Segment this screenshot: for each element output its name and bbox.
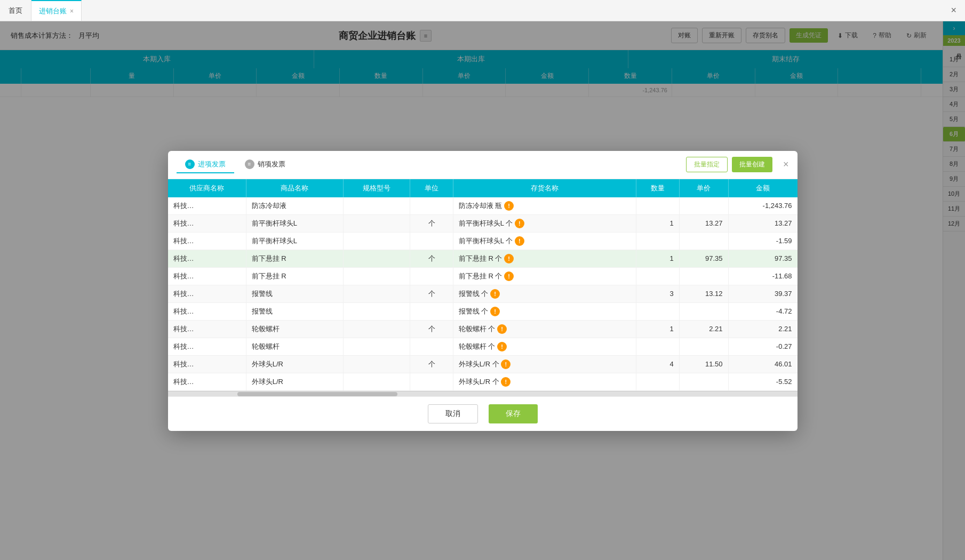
table-cell: 个: [410, 355, 453, 373]
table-row[interactable]: 科技…轮毂螺杆个轮毂螺杆 个 !12.212.21: [168, 320, 797, 338]
warning-icon: !: [497, 324, 507, 334]
table-cell: 外球头L/R: [246, 373, 343, 390]
table-cell: [343, 373, 410, 390]
table-cell: [343, 197, 410, 215]
modal-footer: 取消 保存: [168, 396, 797, 431]
table-cell: [343, 302, 410, 320]
table-cell: 个: [410, 285, 453, 302]
table-cell: 轮毂螺杆 个 !: [453, 338, 636, 355]
warning-icon: !: [504, 271, 514, 281]
table-cell: [636, 267, 680, 285]
table-cell: 13.27: [728, 214, 797, 232]
table-cell: 科技…: [168, 250, 246, 267]
warning-icon: !: [515, 219, 524, 228]
table-row[interactable]: 科技…外球头L/R个外球头L/R 个 !411.5046.01: [168, 355, 797, 373]
inventory-name: 报警线 个: [459, 290, 489, 298]
table-cell: 防冻冷却液: [246, 197, 343, 215]
table-cell: -4.72: [728, 302, 797, 320]
table-cell: [679, 197, 728, 215]
table-cell: [679, 267, 728, 285]
table-row[interactable]: 科技…前下悬挂 R个前下悬挂 R 个 !197.3597.35: [168, 250, 797, 267]
table-cell: [343, 267, 410, 285]
cancel-button[interactable]: 取消: [428, 404, 478, 423]
table-cell: [343, 250, 410, 267]
table-cell: 前平衡杆球头L 个 !: [453, 232, 636, 250]
table-cell: 2.21: [728, 320, 797, 338]
table-cell: [636, 232, 680, 250]
table-cell: 个: [410, 214, 453, 232]
modal-header-right: 批量指定 批量创建 ×: [686, 157, 789, 172]
tab-incoming-invoice[interactable]: ≡ 进项发票: [177, 156, 234, 173]
batch-assign-button[interactable]: 批量指定: [686, 157, 728, 172]
table-cell: 1: [636, 320, 680, 338]
warning-icon: !: [504, 201, 514, 211]
table-cell: 前平衡杆球头L: [246, 214, 343, 232]
table-row[interactable]: 科技…外球头L/R外球头L/R 个 !-5.52: [168, 373, 797, 390]
table-cell: 3: [636, 285, 680, 302]
table-cell: [343, 338, 410, 355]
table-cell: [636, 373, 680, 390]
table-cell: 科技…: [168, 267, 246, 285]
table-cell: 97.35: [679, 250, 728, 267]
table-cell: [410, 267, 453, 285]
window-close-button[interactable]: ×: [951, 5, 956, 16]
horizontal-scrollbar[interactable]: [168, 391, 797, 396]
table-row[interactable]: 科技…轮毂螺杆轮毂螺杆 个 !-0.27: [168, 338, 797, 355]
table-cell: 报警线 个 !: [453, 302, 636, 320]
table-cell: [343, 232, 410, 250]
table-cell: 2.21: [679, 320, 728, 338]
table-row[interactable]: 科技…前下悬挂 R前下悬挂 R 个 !-11.68: [168, 267, 797, 285]
tab-close-icon[interactable]: ×: [70, 7, 74, 15]
modal-close-button[interactable]: ×: [783, 157, 789, 172]
table-cell: 科技…: [168, 320, 246, 338]
table-cell: 前下悬挂 R 个 !: [453, 267, 636, 285]
tab-outgoing-invoice[interactable]: ≡ 销项发票: [236, 156, 294, 173]
top-bar-right: ×: [951, 5, 965, 16]
table-cell: 前平衡杆球头L: [246, 232, 343, 250]
table-row[interactable]: 科技…报警线报警线 个 !-4.72: [168, 302, 797, 320]
table-cell: [636, 302, 680, 320]
warning-icon: !: [515, 236, 524, 246]
top-bar: 首页 进销台账 × ×: [0, 0, 965, 21]
warning-icon: !: [501, 359, 511, 369]
table-cell: [679, 232, 728, 250]
batch-create-button[interactable]: 批量创建: [732, 157, 772, 172]
modal-table[interactable]: 供应商名称 商品名称 规格型号 单位 存货名称 数量 单价 金额 科技…防冻冷却…: [168, 179, 797, 391]
table-cell: 1: [636, 250, 680, 267]
th-price: 单价: [679, 179, 728, 197]
table-cell: -1,243.76: [728, 197, 797, 215]
table-row[interactable]: 科技…前平衡杆球头L个前平衡杆球头L 个 !113.2713.27: [168, 214, 797, 232]
table-row[interactable]: 科技…前平衡杆球头L前平衡杆球头L 个 !-1.59: [168, 232, 797, 250]
table-cell: 科技…: [168, 373, 246, 390]
scrollbar-thumb[interactable]: [237, 392, 397, 396]
table-cell: 科技…: [168, 338, 246, 355]
save-button[interactable]: 保存: [489, 404, 538, 423]
table-cell: 报警线 个 !: [453, 285, 636, 302]
inventory-name: 防冻冷却液 瓶: [459, 202, 503, 210]
table-cell: -1.59: [728, 232, 797, 250]
table-cell: [410, 373, 453, 390]
invoice-table: 供应商名称 商品名称 规格型号 单位 存货名称 数量 单价 金额 科技…防冻冷却…: [168, 179, 797, 391]
table-cell: 报警线: [246, 285, 343, 302]
table-cell: [410, 197, 453, 215]
inventory-name: 前平衡杆球头L 个: [459, 237, 513, 245]
tab-active-ledger[interactable]: 进销台账 ×: [31, 0, 82, 21]
table-row[interactable]: 科技…报警线个报警线 个 !313.1239.37: [168, 285, 797, 302]
table-cell: [679, 373, 728, 390]
table-cell: [636, 338, 680, 355]
table-cell: 46.01: [728, 355, 797, 373]
table-cell: 前下悬挂 R: [246, 267, 343, 285]
table-row[interactable]: 科技…防冻冷却液防冻冷却液 瓶 !-1,243.76: [168, 197, 797, 215]
modal-overlay: ≡ 进项发票 ≡ 销项发票 批量指定 批量创建 × 供应商名称 商: [0, 21, 965, 560]
table-cell: [343, 320, 410, 338]
table-cell: 个: [410, 250, 453, 267]
warning-icon: !: [490, 307, 500, 316]
tab-home[interactable]: 首页: [0, 0, 31, 21]
modal-header: ≡ 进项发票 ≡ 销项发票 批量指定 批量创建 ×: [168, 151, 797, 179]
inventory-name: 前平衡杆球头L 个: [459, 219, 513, 227]
table-cell: 防冻冷却液 瓶 !: [453, 197, 636, 215]
table-cell: 科技…: [168, 197, 246, 215]
table-cell: 11.50: [679, 355, 728, 373]
table-cell: 个: [410, 320, 453, 338]
table-cell: 前下悬挂 R 个 !: [453, 250, 636, 267]
